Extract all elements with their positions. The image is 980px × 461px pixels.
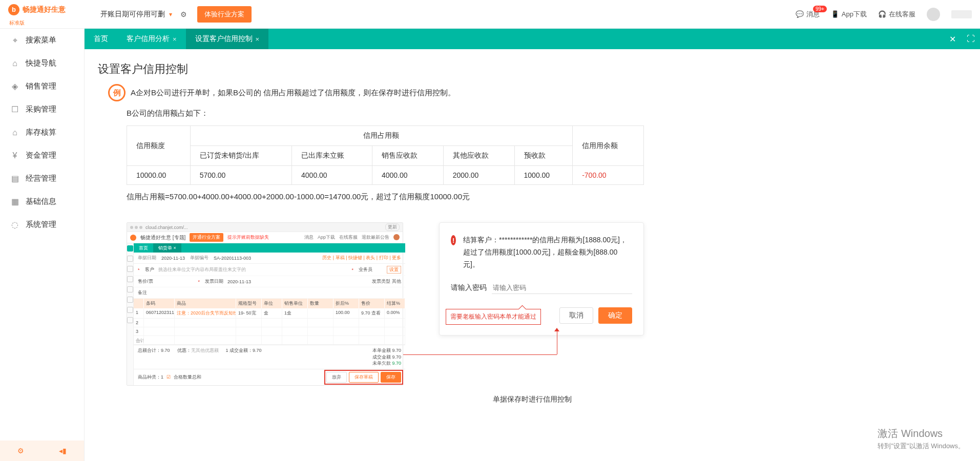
mini-th: 规格型号 bbox=[236, 299, 262, 308]
connector-line bbox=[403, 354, 557, 355]
td-c1: 10000.00 bbox=[127, 166, 191, 185]
mini-sidebar bbox=[127, 243, 134, 385]
mini-td: 19- 50宽 bbox=[236, 308, 262, 318]
sidebar-item-baseinfo[interactable]: ▦基础信息 bbox=[0, 190, 84, 213]
th-credit-limit: 信用额度 bbox=[127, 126, 191, 166]
mini-lbl: 业务员 bbox=[359, 266, 372, 273]
sidebar-item-sales[interactable]: ◈销售管理 bbox=[0, 75, 84, 98]
sidebar-item-funds[interactable]: ¥资金管理 bbox=[0, 144, 84, 167]
mini-warning: 提示开账前数据缺失 bbox=[227, 234, 269, 241]
mini-th: 单位 bbox=[262, 299, 282, 308]
mini-sum-item: 无其他优惠额 bbox=[191, 348, 219, 353]
mini-link: 消息 bbox=[304, 234, 314, 241]
mini-sum-item: 成交金额 bbox=[372, 354, 391, 360]
mini-sum-item: 总额合计：9.70 bbox=[138, 347, 170, 367]
mini-topbar: 畅捷通好生意 [专题] 开通行业方案 提示开账前数据缺失 消息 App下载 在线… bbox=[127, 232, 403, 243]
mini-sum-item: 优惠： bbox=[177, 348, 191, 353]
tag-icon: ◈ bbox=[10, 81, 19, 91]
mini-td: 1盒 bbox=[282, 308, 308, 318]
mini-discard-button: 放弃 bbox=[326, 372, 347, 383]
tab-label: 设置客户信用控制 bbox=[195, 34, 253, 44]
sidebar-item-quicknav[interactable]: ⌂快捷导航 bbox=[0, 52, 84, 75]
mini-logo-icon bbox=[130, 235, 136, 241]
mini-td: 0607120231135 bbox=[144, 308, 175, 318]
mini-app-screenshot: cloud.chanjet.com/... 更新 畅捷通好生意 [专题] 开通行… bbox=[127, 222, 403, 386]
mini-link: 退款最新公告 bbox=[362, 234, 389, 241]
td-g5: 1000.00 bbox=[514, 166, 573, 185]
messages-badge: 99+ bbox=[813, 6, 827, 12]
confirm-button[interactable]: 确定 bbox=[598, 307, 632, 324]
gear-icon[interactable]: ⚙ bbox=[180, 10, 187, 18]
mini-remark-row: 备注 bbox=[134, 287, 405, 299]
sidebar-item-label: 系统管理 bbox=[26, 220, 56, 229]
mini-grid-header: 条码 商品 规格型号 单位 销售单位 数量 折后% 售价 结算% bbox=[134, 299, 405, 308]
mini-td: 盒 bbox=[262, 308, 282, 318]
tab-bar: 首页 客户信用分析× 设置客户信用控制× ✕ ⛶ bbox=[85, 29, 980, 49]
example-badge-icon: 例 bbox=[108, 84, 126, 101]
mini-footer: 商品种类：1 ☑合格数量总和 放弃 保存草稿 保存 bbox=[134, 369, 405, 385]
example-subline: B公司的信用额占如下： bbox=[127, 109, 963, 118]
tab-label: 客户信用分析 bbox=[127, 34, 170, 44]
tab-close-button[interactable]: ✕ bbox=[943, 34, 962, 44]
app-download-label: App下载 bbox=[842, 10, 867, 19]
avatar[interactable] bbox=[927, 8, 940, 21]
th-credit-used-group: 信用占用额 bbox=[190, 126, 572, 146]
mini-sum-item: 本单金额 bbox=[372, 348, 391, 353]
figure-caption: 单据保存时进行信用控制 bbox=[102, 395, 963, 404]
mini-tab: 首页 bbox=[134, 243, 153, 253]
th-g3: 销售应收款 bbox=[372, 146, 443, 166]
mini-th: 销售单位 bbox=[282, 299, 308, 308]
sidebar-item-purchase[interactable]: ☐采购管理 bbox=[0, 98, 84, 121]
mini-grid-row: 3 bbox=[134, 327, 405, 336]
mini-ticket-row: 售价/票 *发票日期 2020-11-13 发票类型 其他 bbox=[134, 276, 405, 287]
sidebar-item-label: 资金管理 bbox=[26, 151, 56, 160]
user-name-placeholder bbox=[951, 10, 972, 18]
mini-td bbox=[308, 308, 333, 318]
mini-sum-val: 9.70 bbox=[392, 361, 401, 366]
mini-lbl: 客户 bbox=[145, 266, 154, 273]
close-icon[interactable]: × bbox=[173, 35, 177, 43]
mini-td: 1 bbox=[134, 308, 144, 318]
mini-toplinks: 消息 App下载 在线客服 退款最新公告 bbox=[304, 234, 400, 241]
sidebar-item-inventory[interactable]: ⌂库存核算 bbox=[0, 121, 84, 144]
online-service-label: 在线客服 bbox=[889, 10, 915, 19]
account-selector[interactable]: 开账日期可停用可删 ▾ bbox=[100, 10, 172, 19]
tab-fullscreen-button[interactable]: ⛶ bbox=[962, 34, 980, 44]
sidebar-item-system[interactable]: ◌系统管理 bbox=[0, 213, 84, 236]
mini-th bbox=[134, 299, 144, 308]
mini-savedraft-button: 保存草稿 bbox=[349, 372, 379, 383]
tab-home[interactable]: 首页 bbox=[85, 29, 117, 49]
account-selector-label: 开账日期可停用可删 bbox=[100, 10, 165, 19]
mini-rail-icon bbox=[127, 297, 133, 303]
figures-row: cloud.chanjet.com/... 更新 畅捷通好生意 [专题] 开通行… bbox=[127, 222, 963, 386]
close-icon[interactable]: × bbox=[256, 35, 260, 43]
online-service-button[interactable]: 🎧 在线客服 bbox=[878, 10, 915, 19]
content-scroll[interactable]: 设置客户信用控制 例 A企对B公司进行开单时，如果B公司的 信用占用额超过了信用… bbox=[85, 49, 980, 461]
mini-td: 注意：2020后台失节而反短线 bbox=[175, 308, 236, 318]
tab-credit-analysis[interactable]: 客户信用分析× bbox=[117, 29, 186, 49]
report-icon: ▤ bbox=[10, 174, 19, 183]
mini-rail-icon bbox=[127, 245, 133, 252]
sidebar-item-business[interactable]: ▤经营管理 bbox=[0, 167, 84, 190]
collapse-icon[interactable]: ◂▮ bbox=[59, 447, 67, 455]
page-title: 设置客户信用控制 bbox=[98, 61, 968, 77]
alert-icon: ! bbox=[451, 235, 456, 245]
brand-name: 畅捷通好生意 bbox=[23, 5, 66, 14]
app-download-button[interactable]: 📱 App下载 bbox=[831, 10, 867, 19]
password-input[interactable] bbox=[492, 282, 632, 294]
sidebar-item-search[interactable]: ⌖搜索菜单 bbox=[0, 29, 84, 52]
table-row: 10000.00 5700.00 4000.00 4000.00 2000.00… bbox=[127, 166, 644, 185]
td-c7: -700.00 bbox=[573, 166, 644, 185]
mini-sum-val: 9.70 bbox=[392, 354, 401, 360]
experience-button[interactable]: 体验行业方案 bbox=[197, 6, 252, 23]
messages-button[interactable]: 💬 消息 99+ bbox=[796, 10, 820, 19]
brand-block: b 畅捷通好生意 标准版 bbox=[8, 4, 85, 27]
settings-icon[interactable]: ⚙ bbox=[17, 447, 24, 455]
money-icon: ¥ bbox=[10, 151, 19, 160]
cancel-button[interactable]: 取消 bbox=[559, 307, 593, 324]
formula-text: 信用占用额=5700.00+4000.00+4000.00+2000.00-10… bbox=[127, 192, 963, 202]
mini-tabs: 首页 销货单 × bbox=[134, 243, 405, 253]
td-g1: 5700.00 bbox=[190, 166, 291, 185]
tab-credit-control[interactable]: 设置客户信用控制× bbox=[186, 29, 269, 49]
th-g2: 已出库未立账 bbox=[292, 146, 372, 166]
